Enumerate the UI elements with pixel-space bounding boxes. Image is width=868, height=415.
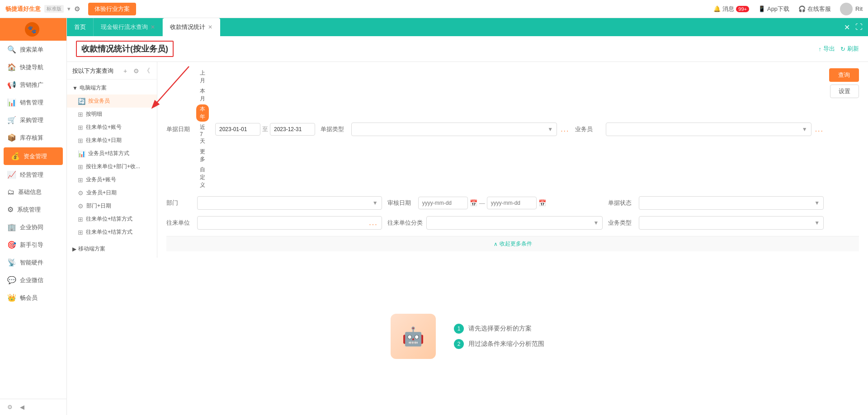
sidebar-item-purchase[interactable]: 🛒 采购管理 xyxy=(0,111,66,129)
unit-cat-filter-item: 往来单位分类 ▼ xyxy=(387,216,603,230)
unit-settle1-icon: ⊞ xyxy=(78,216,83,223)
tab-close-all-icon[interactable]: ✕ xyxy=(844,23,850,32)
collapse-bar-text: 收起更多条件 xyxy=(500,240,532,248)
sidebar-label-wechat: 企业微信 xyxy=(20,276,43,284)
scheme-list-actions: + ⚙ 《 xyxy=(121,66,151,75)
sidebar-item-search[interactable]: 🔍 搜索菜单 xyxy=(0,41,66,58)
settings-gear-icon[interactable]: ⚙ xyxy=(74,5,80,13)
sidebar-item-sales[interactable]: 📊 销售管理 xyxy=(0,94,66,111)
date-tab-last-month[interactable]: 上月 xyxy=(196,68,209,85)
unit-label: 往来单位 xyxy=(166,219,193,227)
dept-select[interactable]: ▼ xyxy=(197,196,382,210)
scheme-item-unit-dept[interactable]: ⊞ 按往来单位+部门+收... xyxy=(67,160,157,173)
sidebar-item-system[interactable]: ⚙ 系统管理 xyxy=(0,201,66,218)
unit-cat-chevron-icon: ▼ xyxy=(593,220,599,226)
sidebar-item-guide[interactable]: 🎯 新手引导 xyxy=(0,236,66,254)
query-button[interactable]: 查询 xyxy=(829,68,859,82)
date-tab-more[interactable]: 更多 xyxy=(196,147,209,164)
refresh-button[interactable]: ↻ 刷新 xyxy=(840,45,859,53)
unit-dept-label: 按往来单位+部门+收... xyxy=(86,163,140,170)
tab-home[interactable]: 首页 xyxy=(67,18,94,36)
scheme-group-mobile-title[interactable]: ▶ 移动端方案 xyxy=(67,242,157,255)
unit-account-icon: ⊞ xyxy=(78,124,83,131)
breadcrumb-chevron[interactable]: ▾ xyxy=(67,5,71,12)
type-more-dots[interactable]: ... xyxy=(561,125,569,133)
audit-from-calendar-icon[interactable]: 📅 xyxy=(470,199,477,207)
settings-bottom-icon[interactable]: ⚙ xyxy=(7,404,13,410)
scheme-settings-btn[interactable]: ⚙ xyxy=(132,66,141,75)
avatar xyxy=(840,3,853,15)
biz-type-select[interactable]: ▼ xyxy=(639,216,824,230)
sidebar-label-operation: 经营管理 xyxy=(20,171,43,179)
sidebar-item-inventory[interactable]: 📦 库存核算 xyxy=(0,129,66,146)
filter-with-sidebar: 按以下方案查询 + ⚙ 《 xyxy=(67,62,868,258)
sidebar-label-basic: 基础信息 xyxy=(18,188,42,196)
scheme-item-by-salesperson[interactable]: 🔄 按业务员 xyxy=(67,94,157,108)
sidebar-item-operation[interactable]: 📈 经营管理 xyxy=(0,166,66,184)
sidebar-item-finance[interactable]: 💰 资金管理 xyxy=(4,147,63,165)
online-service[interactable]: 🎧 在线客服 xyxy=(798,5,831,13)
scheme-item-unit-settle2[interactable]: ⊞ 往来单位+结算方式 xyxy=(67,226,157,239)
sidebar-item-marketing[interactable]: 📢 营销推广 xyxy=(0,76,66,94)
scheme-item-salesperson-date[interactable]: ⚙ 业务员+日期 xyxy=(67,186,157,199)
collapse-bar[interactable]: ∧ 收起更多条件 xyxy=(166,236,859,251)
salesperson-select[interactable]: ▼ xyxy=(606,123,811,136)
tab-home-label: 首页 xyxy=(74,23,86,31)
unit-select[interactable]: ... xyxy=(197,216,382,230)
sidebar-item-quick[interactable]: 🏠 快捷导航 xyxy=(0,58,66,76)
search-icon: 🔍 xyxy=(7,45,16,54)
unit-cat-select[interactable]: ▼ xyxy=(426,216,603,230)
date-tab-custom[interactable]: 自定义 xyxy=(196,165,209,190)
unit-more-dots[interactable]: ... xyxy=(369,219,377,227)
date-from-input[interactable] xyxy=(215,123,260,136)
tab-bank-flow[interactable]: 现金银行流水查询 ✕ xyxy=(94,18,163,36)
scheme-add-btn[interactable]: + xyxy=(121,66,130,75)
scheme-item-salesperson-account[interactable]: ⊞ 业务员+账号 xyxy=(67,173,157,186)
scheme-item-dept-date[interactable]: ⚙ 部门+日期 xyxy=(67,199,157,212)
sidebar-item-member[interactable]: 👑 畅会员 xyxy=(0,289,66,307)
audit-to-input[interactable] xyxy=(487,197,537,209)
sidebar-item-wechat[interactable]: 💬 企业微信 xyxy=(0,271,66,289)
bell-icon: 🔔 xyxy=(713,5,721,12)
scheme-group-pc-title[interactable]: ▼ 电脑端方案 xyxy=(67,81,157,94)
audit-to-calendar-icon[interactable]: 📅 xyxy=(538,199,546,207)
step-num-1: 1 xyxy=(454,324,464,334)
date-tab-last-7[interactable]: 近7天 xyxy=(196,123,209,146)
tab-collection[interactable]: 收款情况统计 ✕ xyxy=(163,18,220,36)
tab-collection-close[interactable]: ✕ xyxy=(208,24,212,30)
export-button[interactable]: ↑ 导出 xyxy=(819,45,835,53)
filter-form: 单据日期 上月 本月 本年 近7天 更多 自定义 xyxy=(157,62,868,258)
sidebar-item-basic[interactable]: 🗂 基础信息 xyxy=(0,184,66,201)
type-select[interactable]: ▼ xyxy=(351,123,557,136)
main-area: 首页 现金银行流水查询 ✕ 收款情况统计 ✕ ✕ ⛶ 收款情况统计(按业务员) … xyxy=(67,18,868,415)
app-download[interactable]: 📱 App下载 xyxy=(758,5,789,13)
date-tab-this-year[interactable]: 本年 xyxy=(196,104,209,122)
sidebar-bottom: ⚙ ◀ xyxy=(0,399,66,415)
scheme-item-by-detail[interactable]: ⊞ 按明细 xyxy=(67,108,157,121)
audit-date-dash: — xyxy=(479,200,485,207)
scheme-item-unit-settle1[interactable]: ⊞ 往来单位+结算方式 xyxy=(67,212,157,226)
salesperson-active-icon: 🔄 xyxy=(78,98,85,105)
audit-from-input[interactable] xyxy=(418,197,468,209)
collapse-sidebar-icon[interactable]: ◀ xyxy=(20,404,24,410)
unit-dept-icon: ⊞ xyxy=(78,163,83,170)
top-bar: 畅捷通好生意 标准版 ▾ ⚙ 体验行业方案 🔔 消息 99+ 📱 App下载 🎧… xyxy=(0,0,868,18)
user-area[interactable]: Rit xyxy=(840,3,863,15)
date-to-input[interactable] xyxy=(270,123,315,136)
message-icon[interactable]: 🔔 消息 99+ xyxy=(713,5,749,13)
scheme-collapse-btn[interactable]: 《 xyxy=(142,66,151,75)
tab-expand-icon[interactable]: ⛶ xyxy=(855,23,863,31)
trial-button[interactable]: 体验行业方案 xyxy=(88,3,136,15)
sidebar-item-enterprise[interactable]: 🏢 企业协同 xyxy=(0,218,66,236)
sidebar-label-finance: 资金管理 xyxy=(24,152,47,160)
date-tab-this-month[interactable]: 本月 xyxy=(196,86,209,104)
scheme-item-unit-date[interactable]: ⊞ 往来单位+日期 xyxy=(67,134,157,147)
scheme-item-salesperson-settle[interactable]: 📊 业务员+结算方式 xyxy=(67,147,157,160)
sidebar-item-hardware[interactable]: 📡 智能硬件 xyxy=(0,254,66,271)
doc-status-select[interactable]: ▼ xyxy=(639,196,824,210)
tab-bank-flow-close[interactable]: ✕ xyxy=(151,24,155,30)
biz-type-label: 业务类型 xyxy=(608,219,635,227)
scheme-item-unit-account[interactable]: ⊞ 往来单位+账号 xyxy=(67,121,157,134)
salesperson-more-dots[interactable]: ... xyxy=(815,125,824,133)
settings-button[interactable]: 设置 xyxy=(830,85,859,98)
